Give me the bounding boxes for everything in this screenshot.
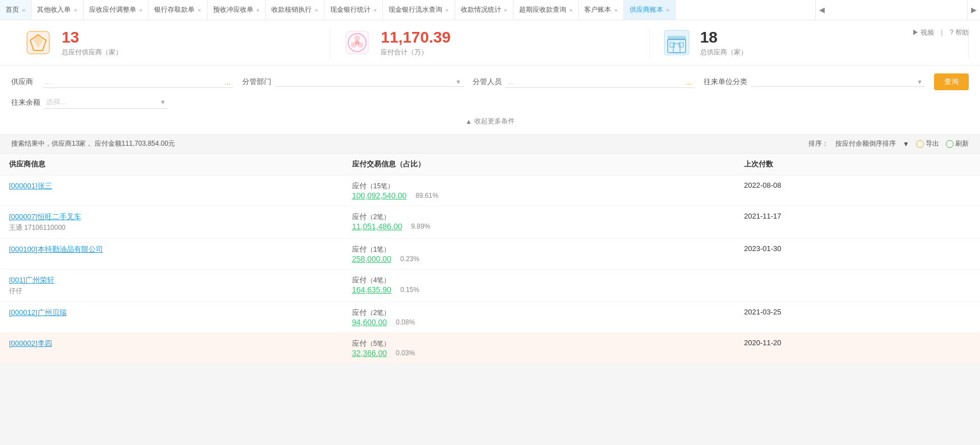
last-payment-3 (735, 270, 980, 302)
nav-tab-prepay[interactable]: 预收冲应收单 × (207, 0, 266, 20)
nav-tab-overdue[interactable]: 超期应收款查询 × (514, 0, 579, 20)
close-tab-4[interactable]: × (256, 7, 260, 13)
col-tx-info: 应付交易信息（占比） (343, 154, 735, 175)
nav-tab-home[interactable]: 首页 × (0, 0, 31, 20)
close-tab-8[interactable]: × (504, 7, 507, 13)
supplier-link-5[interactable]: [000002]李四 (9, 339, 52, 347)
close-tab-6[interactable]: × (373, 7, 377, 13)
tx-label-1: 应付（2笔） (352, 212, 726, 222)
separator: ｜ (939, 28, 945, 38)
nav-next-arrow[interactable]: ▶ (967, 0, 980, 20)
supplier-filter-label: 供应商 (11, 77, 39, 87)
tx-label-0: 应付（15笔） (352, 181, 726, 191)
tx-cell-2: 应付（1笔）258,000.000.23% (343, 239, 735, 270)
stat-total-suppliers-number: 18 (700, 28, 747, 47)
export-icon (916, 140, 924, 148)
nav-tab-supplier-ledger[interactable]: 供应商账本 × (624, 0, 676, 20)
grain-icon (341, 27, 373, 58)
close-tab-home[interactable]: × (22, 7, 25, 13)
supplier-link-1[interactable]: [000007]恒旺二手叉车 (9, 212, 81, 221)
supplier-cell-3: [001]广州荣轩仔仔 (0, 270, 343, 302)
video-link[interactable]: ▶ 视频 (912, 28, 934, 38)
nav-tab-collect-stats[interactable]: 收款情况统计 × (455, 0, 514, 20)
supplier-dots-btn[interactable]: ... (224, 77, 231, 86)
tx-amount-row-2: 258,000.000.23% (352, 254, 726, 263)
collapse-chevron-icon: ▲ (465, 118, 472, 126)
refresh-button[interactable]: 刷新 (946, 139, 969, 149)
balance-dropdown-arrow-icon: ▼ (160, 99, 166, 105)
nav-tab-adjust[interactable]: 应收应付调整单 × (84, 0, 149, 20)
close-tab-11[interactable]: × (666, 7, 669, 13)
dept-dropdown[interactable]: ▼ (275, 77, 464, 87)
supplier-input[interactable] (45, 77, 224, 86)
tx-amount-row-0: 100,092,540.0089.61% (352, 191, 726, 200)
close-tab-7[interactable]: × (445, 7, 449, 13)
export-button[interactable]: 导出 (916, 139, 939, 149)
table-row: [000007]恒旺二手叉车王通 17106110000应付（2笔）11,051… (0, 206, 980, 239)
filter-dept: 分管部门 ▼ (242, 77, 464, 87)
sort-value[interactable]: 按应付余额倒序排序 (835, 139, 896, 149)
table-header-row: 供应商信息 应付交易信息（占比） 上次付数 (0, 154, 980, 175)
stat-total-payable-label: 应付合计（万） (381, 48, 451, 57)
nav-tab-bank[interactable]: 银行存取款单 × (149, 0, 207, 20)
amount-5[interactable]: 32,366.00 (352, 349, 387, 358)
person-input[interactable] (507, 77, 686, 86)
nav-tab-collect[interactable]: 收款核销执行 × (266, 0, 324, 20)
balance-dropdown[interactable]: 选择... ▼ (44, 96, 168, 109)
tx-cell-4: 应付（2笔）94,600.000.08% (343, 302, 735, 333)
collapse-label: 收起更多条件 (474, 117, 515, 126)
filter-row-2: 往来余额 选择... ▼ (11, 96, 168, 109)
table-row: [001]广州荣轩仔仔应付（4笔）164,635.900.15% (0, 270, 980, 302)
category-dropdown[interactable]: ▼ (751, 77, 926, 87)
amount-0[interactable]: 100,092,540.00 (352, 191, 406, 200)
supplier-cell-5: [000002]李四 (0, 333, 343, 364)
supplier-sub-3: 仔仔 (9, 286, 334, 296)
percent-3: 0.15% (400, 286, 419, 294)
close-tab-5[interactable]: × (315, 7, 318, 13)
close-tab-3[interactable]: × (197, 7, 201, 13)
tx-cell-0: 应付（15笔）100,092,540.0089.61% (343, 175, 735, 206)
stat-total-payable-number: 11,170.39 (381, 28, 451, 47)
supplier-cell-2: [000100]本特勤油品有限公司 (0, 239, 343, 270)
result-summary-amount: 应付金额111,703,854.00元 (95, 140, 175, 147)
nav-tab-cash-stats[interactable]: 现金银行统计 × (325, 0, 383, 20)
person-dots-btn[interactable]: ... (686, 77, 692, 86)
amount-2[interactable]: 258,000.00 (352, 254, 391, 263)
collapse-button[interactable]: ▲ 收起更多条件 (460, 114, 520, 128)
supplier-link-2[interactable]: [000100]本特勤油品有限公司 (9, 245, 103, 253)
supplier-sub-1: 王通 17106110000 (9, 223, 334, 233)
last-payment-1: 2021-11-17 (735, 206, 980, 239)
nav-tab-cash-flow[interactable]: 现金银行流水查询 × (383, 0, 455, 20)
svg-rect-11 (668, 36, 686, 40)
nav-prev-arrow[interactable]: ◀ (815, 0, 828, 20)
supplier-link-3[interactable]: [001]广州荣轩 (9, 276, 54, 284)
col-last-payment: 上次付数 (735, 154, 980, 175)
sort-dropdown-arrow-icon: ▼ (903, 140, 909, 148)
balance-dropdown-text: 选择... (46, 97, 160, 107)
nav-tab-customer-ledger[interactable]: 客户账本 × (579, 0, 623, 20)
tx-cell-3: 应付（4笔）164,635.900.15% (343, 270, 735, 302)
tx-label-5: 应付（5笔） (352, 339, 726, 349)
top-navigation: 首页 × 其他收入单 × 应收应付调整单 × 银行存取款单 × 预收冲应收单 ×… (0, 0, 980, 20)
refresh-label: 刷新 (955, 139, 969, 149)
last-payment-2: 2023-01-30 (735, 239, 980, 270)
close-tab-9[interactable]: × (569, 7, 572, 13)
supplier-link-4[interactable]: [000012]广州贝瑞 (9, 308, 67, 317)
amount-3[interactable]: 164,635.90 (352, 285, 391, 294)
help-link[interactable]: ? 帮助 (950, 28, 969, 38)
amount-4[interactable]: 94,600.00 (352, 318, 387, 327)
close-tab-10[interactable]: × (614, 7, 617, 13)
query-button[interactable]: 查询 (934, 73, 969, 90)
svg-point-5 (354, 35, 360, 41)
supplier-link-0[interactable]: [000001]张三 (9, 182, 52, 190)
balance-filter-label: 往来余额 (11, 98, 40, 108)
sort-label: 排序： (808, 139, 829, 149)
amount-1[interactable]: 11,051,486.00 (352, 222, 403, 231)
result-summary: 搜索结果中，供应商13家， 应付金额111,703,854.00元 (11, 139, 175, 149)
percent-1: 9.89% (411, 222, 430, 230)
close-tab-2[interactable]: × (139, 7, 142, 13)
export-label: 导出 (926, 139, 939, 149)
nav-tab-other-income[interactable]: 其他收入单 × (31, 0, 83, 20)
close-tab-1[interactable]: × (73, 7, 77, 13)
stat-payable-number: 13 (62, 28, 122, 47)
